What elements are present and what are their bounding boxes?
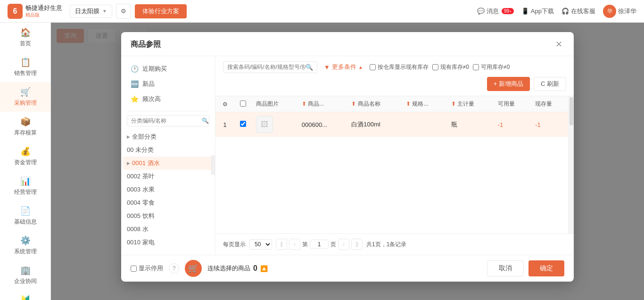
top-navigation: 6 畅捷通好生意 精品版 日太阳膜 ▼ ⚙ 体验行业方案 💬 消息 99+ 📱 … <box>0 0 644 23</box>
sales-icon: 📋 <box>20 57 31 67</box>
sidebar-item-basic[interactable]: 📄 基础信息 <box>0 201 50 231</box>
sidebar-item-inventory[interactable]: 📦 库存核算 <box>0 112 50 142</box>
category-search-icon[interactable]: 🔍 <box>202 117 209 124</box>
toolbar-right: + 新增商品 C 刷新 <box>487 77 566 91</box>
warehouse-filter-checkbox[interactable]: 按仓库显示现有库存 <box>370 63 429 71</box>
product-search-box[interactable]: 🔍 <box>223 61 317 73</box>
help-icon[interactable]: ? <box>169 263 179 274</box>
th-checkbox <box>234 96 251 112</box>
search-icon[interactable]: 🔍 <box>305 64 313 71</box>
right-panel: 🔍 ▼ 更多条件 ▲ 按仓库显示现有库存 <box>215 56 574 255</box>
messages-badge: 99+ <box>502 8 514 14</box>
category-0008[interactable]: 0008 水 <box>123 223 213 236</box>
category-search-input[interactable] <box>131 117 202 124</box>
warehouse-checkbox-input[interactable] <box>370 64 376 70</box>
user-profile-button[interactable]: 华 徐泽华 <box>603 5 636 18</box>
expand-icon: ▶ <box>127 134 130 139</box>
basic-icon: 📄 <box>20 206 31 216</box>
modal-close-button[interactable]: ✕ <box>553 39 564 50</box>
table-scrollbar[interactable] <box>568 96 574 233</box>
quick-new-products[interactable]: 🆕 新品 <box>127 77 209 91</box>
category-00[interactable]: 00 未分类 <box>123 143 213 157</box>
app-download-button[interactable]: 📱 App下载 <box>521 7 554 16</box>
sidebar-item-assets[interactable]: 💰 资金管理 <box>0 142 50 171</box>
sidebar-item-operations[interactable]: 📊 经营管理 <box>0 171 50 201</box>
try-industry-button[interactable]: 体验行业方案 <box>135 4 187 18</box>
message-icon: 💬 <box>477 8 485 15</box>
show-disabled-checkbox[interactable] <box>131 266 137 272</box>
category-all[interactable]: ▶ 全部分类 <box>123 130 213 143</box>
modal-header: 商品参照 ✕ <box>121 32 574 56</box>
category-0004[interactable]: 0004 零食 <box>123 196 213 209</box>
product-search-input[interactable] <box>227 64 305 70</box>
table-row[interactable]: 1 🖼 <box>215 112 568 137</box>
next-page-button[interactable]: › <box>338 239 349 250</box>
category-0001[interactable]: ▶ 0001 酒水 <box>123 157 213 170</box>
sidebar-item-system[interactable]: ⚙️ 系统管理 <box>0 231 50 260</box>
th-image: 商品图片 <box>251 96 297 112</box>
app-logo-icon: 6 <box>8 4 23 19</box>
usable-checkbox-input[interactable] <box>473 64 479 70</box>
left-panel: 🕐 近期购买 🆕 新品 ⭐ 频次高 <box>121 56 215 255</box>
cancel-button[interactable]: 取消 <box>487 260 524 276</box>
sidebar-label-system: 系统管理 <box>14 248 37 256</box>
refresh-button[interactable]: C 刷新 <box>534 77 566 91</box>
cell-stock: -1 <box>530 112 568 137</box>
table-area: ⚙ 商品图片 ⬆ <box>215 96 574 233</box>
headset-icon: 🎧 <box>561 8 569 15</box>
purchase-icon: 🛒 <box>20 87 31 97</box>
category-0003[interactable]: 0003 水果 <box>123 183 213 196</box>
sidebar-item-guide[interactable]: 🔰 新手引导 <box>0 290 50 300</box>
category-0010[interactable]: 0010 家电 <box>123 236 213 249</box>
total-records-info: 共1页，1条记录 <box>366 241 406 249</box>
messages-button[interactable]: 💬 消息 99+ <box>477 7 514 16</box>
sort-icon: ⬆ <box>302 100 306 107</box>
category-0002[interactable]: 0002 茶叶 <box>123 170 213 183</box>
th-unit[interactable]: ⬆ 主计量 <box>446 96 493 112</box>
usable-filter-checkbox[interactable]: 可用库存≠0 <box>473 63 510 71</box>
cart-button[interactable]: 🛒 <box>185 260 202 277</box>
th-code[interactable]: ⬆ 商品... <box>297 96 347 112</box>
available-filter-checkbox[interactable]: 现有库存≠0 <box>432 63 469 71</box>
scrollbar-thumb <box>570 97 573 125</box>
company-selector[interactable]: 日太阳膜 ▼ <box>70 5 112 18</box>
prev-page-button[interactable]: ‹ <box>289 239 300 250</box>
quick-recent-purchases[interactable]: 🕐 近期购买 <box>127 62 209 76</box>
th-spec[interactable]: ⬆ 规格... <box>401 96 446 112</box>
available-checkbox-input[interactable] <box>432 64 438 70</box>
confirm-button[interactable]: 确定 <box>528 260 564 276</box>
sidebar-item-purchase[interactable]: 🛒 采购管理 <box>0 82 50 112</box>
chevron-up-icon: ▲ <box>358 65 363 70</box>
panel-collapse-toggle[interactable]: 《 <box>211 156 215 175</box>
th-settings[interactable]: ⚙ <box>215 96 234 112</box>
product-table: ⚙ 商品图片 ⬆ <box>215 96 568 137</box>
settings-icon[interactable]: ⚙ <box>116 4 131 19</box>
first-page-button[interactable]: ⟪ <box>276 239 287 250</box>
cell-checkbox[interactable] <box>234 112 251 137</box>
category-search-box[interactable]: 🔍 <box>127 115 209 126</box>
select-all-checkbox[interactable] <box>240 100 246 107</box>
quick-frequent[interactable]: ⭐ 频次高 <box>127 92 209 106</box>
show-disabled-label[interactable]: 显示停用 <box>131 264 163 273</box>
product-table-container[interactable]: ⚙ 商品图片 ⬆ <box>215 96 568 233</box>
row-checkbox[interactable] <box>240 121 246 127</box>
online-service-button[interactable]: 🎧 在线客服 <box>561 7 595 16</box>
sidebar-item-enterprise[interactable]: 🏢 企业协同 <box>0 260 50 290</box>
content-area: 查询 设置 刷新 商品参照 ✕ <box>51 23 644 300</box>
sidebar-label-operations: 经营管理 <box>14 188 37 196</box>
cell-unit: 瓶 <box>446 112 493 137</box>
star-icon: ⭐ <box>131 95 139 103</box>
cell-spec <box>401 112 446 137</box>
cart-icon: 🛒 <box>188 263 198 274</box>
sidebar-label-home: 首页 <box>20 40 31 48</box>
add-product-button[interactable]: + 新增商品 <box>487 77 530 91</box>
sidebar-item-home[interactable]: 🏠 首页 <box>0 23 50 52</box>
category-0005[interactable]: 0005 饮料 <box>123 209 213 223</box>
clock-icon: 🕐 <box>131 65 139 73</box>
more-filters-button[interactable]: ▼ 更多条件 ▲ <box>321 61 366 73</box>
per-page-select[interactable]: 50 <box>249 239 272 250</box>
sidebar-item-sales[interactable]: 📋 销售管理 <box>0 52 50 82</box>
th-name[interactable]: ⬆ 商品名称 <box>347 96 401 112</box>
page-number-input[interactable] <box>310 240 329 249</box>
last-page-button[interactable]: ⟫ <box>351 239 363 250</box>
